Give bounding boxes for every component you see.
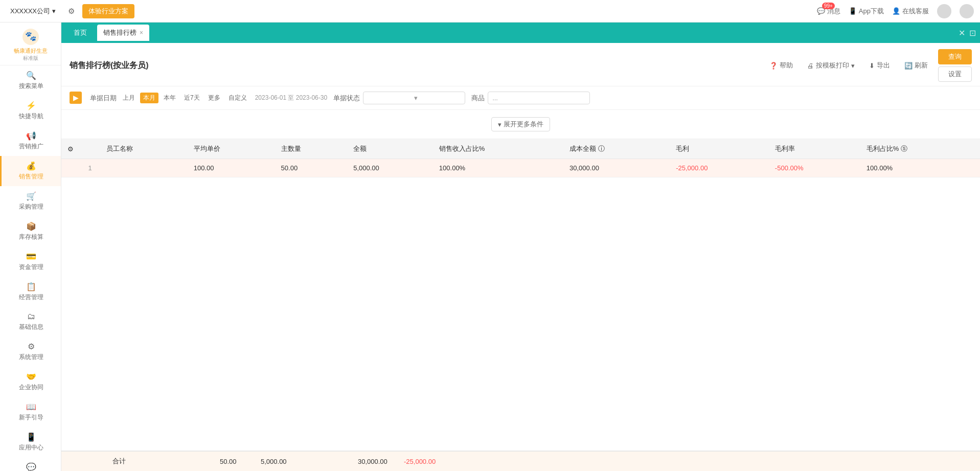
app-icon: 📱 bbox=[849, 7, 857, 15]
company-selector[interactable]: XXXXXX公司 ▾ bbox=[6, 5, 60, 18]
avatar[interactable] bbox=[937, 4, 951, 18]
sidebar-item-finance[interactable]: 💳 资金管理 bbox=[0, 246, 61, 277]
inventory-icon: 📦 bbox=[26, 221, 36, 231]
refresh-button[interactable]: 🔄 刷新 bbox=[900, 59, 932, 72]
table-header-row: ⚙ 员工名称 平均单价 主数量 全额 销售收入占比% 成本全额 ⓘ 毛利 毛利率 bbox=[61, 139, 980, 159]
print-label: 按模板打印 bbox=[816, 61, 849, 70]
table-row: 1 100.00 50.00 5,000.00 100.00% 30,000.0… bbox=[61, 159, 980, 177]
goods-select[interactable]: ... bbox=[488, 92, 590, 104]
date-range: 2023-06-01 至 2023-06-30 bbox=[255, 94, 327, 102]
table-footer: 合计 50.00 5,000.00 30,000.00 -25,000.00 bbox=[61, 451, 980, 471]
export-button[interactable]: ⬇ 导出 bbox=[865, 59, 894, 72]
basic-icon: 🗂 bbox=[27, 312, 35, 321]
tab-home[interactable]: 首页 bbox=[65, 23, 95, 43]
sidebar-item-guide[interactable]: 📖 新手引导 bbox=[0, 397, 61, 427]
tab-sales-ranking[interactable]: 销售排行榜 × bbox=[97, 25, 149, 41]
cell-cost: 30,000.00 bbox=[563, 159, 670, 177]
page-inner: 销售排行榜(按业务员) ❓ 帮助 🖨 按模板打印 ▾ ⬇ bbox=[61, 43, 980, 471]
refresh-icon: 🔄 bbox=[904, 62, 913, 70]
sidebar-item-purchase[interactable]: 🛒 采购管理 bbox=[0, 186, 61, 216]
sidebar-item-wechat[interactable]: 💬 企业微信 bbox=[0, 457, 61, 471]
print-dropdown-icon: ▾ bbox=[851, 62, 855, 70]
status-filter: 单据状态 ▾ bbox=[333, 92, 465, 104]
sidebar-item-collab[interactable]: 🤝 企业协同 bbox=[0, 367, 61, 397]
sidebar-item-label: 新手引导 bbox=[19, 413, 43, 422]
sidebar-item-marketing[interactable]: 📢 营销推广 bbox=[0, 126, 61, 156]
tab-window-controls: ✕ ⊡ bbox=[959, 28, 976, 38]
col-settings[interactable]: ⚙ bbox=[61, 139, 80, 159]
avatar2[interactable] bbox=[960, 4, 974, 18]
col-rank bbox=[80, 139, 100, 159]
company-name: XXXXXX公司 bbox=[10, 7, 50, 16]
date-options: 上月 本月 本年 近7天 更多 自定义 bbox=[120, 93, 250, 103]
app-center-icon: 📱 bbox=[26, 432, 36, 442]
quicknav-icon: ⚡ bbox=[26, 101, 36, 110]
sidebar-item-label: 系统管理 bbox=[19, 353, 43, 362]
message-item[interactable]: 💬 消息 99+ bbox=[817, 7, 840, 16]
filter-toggle-btn[interactable]: ▶ bbox=[70, 92, 82, 104]
tab-bar: 首页 销售排行榜 × ✕ ⊡ bbox=[61, 23, 980, 43]
col-quantity: 主数量 bbox=[275, 139, 348, 159]
help-button[interactable]: ❓ 帮助 bbox=[765, 59, 797, 72]
content-area: 首页 销售排行榜 × ✕ ⊡ 销售排行榜(按业务员) ❓ bbox=[61, 23, 980, 471]
footer-cost: 30,000.00 bbox=[352, 458, 398, 465]
footer-quantity: 50.00 bbox=[214, 458, 255, 465]
footer-amount: 5,000.00 bbox=[255, 458, 301, 465]
date-btn-custom[interactable]: 自定义 bbox=[225, 93, 250, 103]
col-employee: 员工名称 bbox=[100, 139, 188, 159]
goods-select-value: ... bbox=[492, 94, 585, 102]
sidebar-item-app[interactable]: 📱 应用中心 bbox=[0, 427, 61, 457]
page-settings-button[interactable]: 设置 bbox=[938, 66, 972, 82]
goods-filter: 商品 ... bbox=[471, 92, 590, 104]
purchase-icon: 🛒 bbox=[26, 191, 36, 201]
tab-close-icon[interactable]: × bbox=[140, 29, 143, 36]
print-button[interactable]: 🖨 按模板打印 ▾ bbox=[803, 59, 859, 72]
print-icon: 🖨 bbox=[807, 62, 814, 70]
date-btn-more[interactable]: 更多 bbox=[205, 93, 223, 103]
app-download-item[interactable]: 📱 App下载 bbox=[849, 7, 884, 16]
col-gross-pct: 毛利占比% ⓢ bbox=[860, 139, 980, 159]
search-icon: 🔍 bbox=[26, 71, 36, 80]
tab-label: 销售排行榜 bbox=[103, 28, 136, 37]
tab-restore-window[interactable]: ⊡ bbox=[969, 28, 976, 38]
sidebar-item-label: 经营管理 bbox=[19, 293, 43, 302]
sidebar-item-inventory[interactable]: 📦 库存核算 bbox=[0, 216, 61, 246]
footer-gross: -25,000.00 bbox=[398, 458, 444, 465]
refresh-label: 刷新 bbox=[915, 61, 928, 70]
date-btn-7days[interactable]: 近7天 bbox=[181, 93, 203, 103]
online-service-item[interactable]: 👤 在线客服 bbox=[892, 7, 929, 16]
query-button[interactable]: 查询 bbox=[938, 49, 972, 64]
goods-label: 商品 bbox=[471, 94, 485, 103]
sidebar-item-search[interactable]: 🔍 搜索菜单 bbox=[0, 65, 61, 96]
settings-icon[interactable]: ⚙ bbox=[64, 4, 78, 18]
status-select[interactable]: ▾ bbox=[363, 92, 465, 104]
cell-quantity: 50.00 bbox=[275, 159, 348, 177]
sidebar-item-operations[interactable]: 📋 经营管理 bbox=[0, 277, 61, 307]
sales-icon: 💰 bbox=[26, 161, 36, 171]
cell-sales-pct: 100.00% bbox=[433, 159, 563, 177]
help-icon: ❓ bbox=[769, 62, 778, 70]
wechat-icon: 💬 bbox=[26, 462, 36, 471]
cell-gross: -25,000.00 bbox=[670, 159, 769, 177]
sidebar-item-sales[interactable]: 💰 销售管理 bbox=[0, 156, 61, 186]
tab-close-window[interactable]: ✕ bbox=[959, 28, 965, 38]
table-wrapper: ⚙ 员工名称 平均单价 主数量 全额 销售收入占比% 成本全额 ⓘ 毛利 毛利率 bbox=[61, 139, 980, 451]
export-icon: ⬇ bbox=[869, 62, 875, 70]
date-btn-this-month[interactable]: 本月 bbox=[140, 93, 158, 103]
sidebar-item-label: 基础信息 bbox=[19, 323, 43, 331]
sidebar-item-label: 营销推广 bbox=[19, 142, 43, 151]
sidebar-item-quicknav[interactable]: ⚡ 快捷导航 bbox=[0, 96, 61, 126]
operations-icon: 📋 bbox=[26, 282, 36, 291]
date-btn-this-year[interactable]: 本年 bbox=[161, 93, 179, 103]
page-actions: ❓ 帮助 🖨 按模板打印 ▾ ⬇ 导出 🔄 bbox=[765, 49, 972, 82]
date-btn-last-month[interactable]: 上月 bbox=[120, 93, 138, 103]
expand-conditions-btn[interactable]: ▾ 展开更多条件 bbox=[491, 117, 550, 131]
svg-text:🐾: 🐾 bbox=[25, 31, 37, 42]
finance-icon: 💳 bbox=[26, 252, 36, 261]
sidebar-item-basic[interactable]: 🗂 基础信息 bbox=[0, 307, 61, 337]
date-filter: 单据日期 上月 本月 本年 近7天 更多 自定义 2023-06-01 至 20… bbox=[90, 93, 327, 103]
sidebar-item-system[interactable]: ⚙ 系统管理 bbox=[0, 337, 61, 367]
trial-button[interactable]: 体验行业方案 bbox=[82, 4, 134, 18]
cell-settings bbox=[61, 159, 80, 177]
sidebar-item-label: 库存核算 bbox=[19, 233, 43, 241]
